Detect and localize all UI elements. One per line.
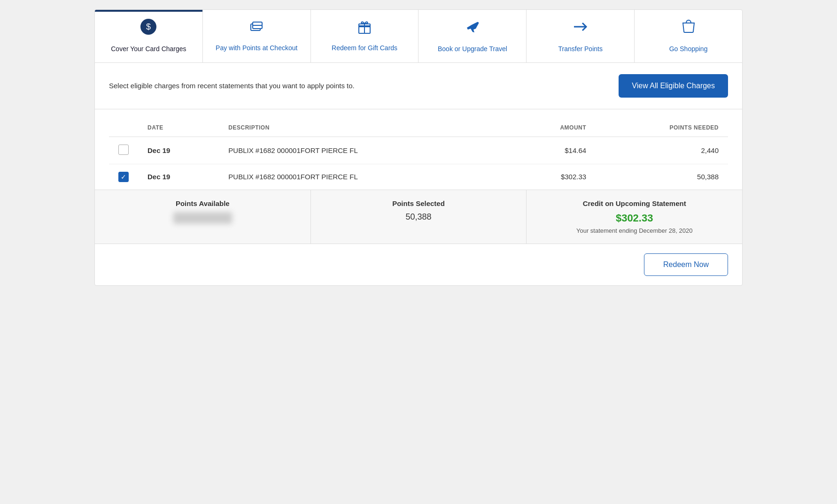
tab-travel[interactable]: Book or Upgrade Travel	[418, 10, 527, 62]
points-available-value: 123,456	[173, 212, 232, 224]
tab-navigation: $ Cover Your Card Charges Pay with Point…	[95, 10, 742, 63]
tab-gift-cards-label: Redeem for Gift Cards	[332, 44, 397, 53]
credit-note: Your statement ending December 28, 2020	[538, 227, 731, 234]
dollar-icon: $	[140, 18, 157, 40]
row1-amount: $14.64	[508, 137, 596, 164]
row1-checkbox-cell[interactable]	[109, 137, 138, 164]
points-available-col: Points Available 123,456	[95, 190, 311, 244]
credit-label: Credit on Upcoming Statement	[538, 199, 731, 207]
row2-checkbox-cell[interactable]: ✓	[109, 164, 138, 190]
col-header-amount: AMOUNT	[508, 119, 596, 137]
table-row: Dec 19 PUBLIX #1682 000001FORT PIERCE FL…	[109, 137, 728, 164]
main-container: $ Cover Your Card Charges Pay with Point…	[94, 9, 743, 286]
tab-pay-with-points[interactable]: Pay with Points at Checkout	[203, 10, 311, 62]
description-text: Select eligible charges from recent stat…	[109, 82, 355, 90]
tab-pay-with-points-label: Pay with Points at Checkout	[216, 44, 297, 53]
svg-text:$: $	[146, 22, 151, 31]
row1-checkbox[interactable]	[118, 145, 129, 155]
shopping-icon	[681, 18, 696, 40]
row2-points-needed: 50,388	[596, 164, 728, 190]
col-header-date: DATE	[138, 119, 219, 137]
redeem-now-button[interactable]: Redeem Now	[644, 253, 728, 276]
points-selected-value: 50,388	[322, 212, 515, 222]
tab-transfer[interactable]: Transfer Points	[527, 10, 635, 62]
gift-icon	[357, 19, 372, 39]
tab-shopping[interactable]: Go Shopping	[635, 10, 742, 62]
card-icon	[249, 19, 264, 39]
tab-cover-charges[interactable]: $ Cover Your Card Charges	[95, 10, 203, 62]
summary-row: Points Available 123,456 Points Selected…	[95, 190, 742, 244]
arrow-icon	[572, 18, 589, 40]
redeem-row: Redeem Now	[95, 244, 742, 285]
col-header-description: DESCRIPTION	[219, 119, 508, 137]
col-header-points-needed: POINTS NEEDED	[596, 119, 728, 137]
row2-amount: $302.33	[508, 164, 596, 190]
view-all-button[interactable]: View All Eligible Charges	[619, 74, 728, 98]
charges-table: DATE DESCRIPTION AMOUNT POINTS NEEDED De…	[109, 119, 728, 190]
row2-checkbox[interactable]: ✓	[118, 172, 129, 182]
row1-description: PUBLIX #1682 000001FORT PIERCE FL	[219, 137, 508, 164]
row1-date: Dec 19	[138, 137, 219, 164]
table-row: ✓ Dec 19 PUBLIX #1682 000001FORT PIERCE …	[109, 164, 728, 190]
points-selected-label: Points Selected	[322, 199, 515, 207]
row1-points-needed: 2,440	[596, 137, 728, 164]
points-available-label: Points Available	[106, 199, 299, 207]
row2-date: Dec 19	[138, 164, 219, 190]
credit-col: Credit on Upcoming Statement $302.33 You…	[527, 190, 742, 244]
tab-travel-label: Book or Upgrade Travel	[438, 45, 507, 54]
charges-table-wrapper: DATE DESCRIPTION AMOUNT POINTS NEEDED De…	[95, 109, 742, 190]
tab-gift-cards[interactable]: Redeem for Gift Cards	[311, 10, 419, 62]
airplane-icon	[464, 18, 481, 40]
points-selected-col: Points Selected 50,388	[311, 190, 527, 244]
col-header-checkbox	[109, 119, 138, 137]
description-bar: Select eligible charges from recent stat…	[95, 63, 742, 109]
tab-shopping-label: Go Shopping	[669, 45, 708, 54]
tab-transfer-label: Transfer Points	[558, 45, 603, 54]
row2-description: PUBLIX #1682 000001FORT PIERCE FL	[219, 164, 508, 190]
tab-cover-charges-label: Cover Your Card Charges	[111, 45, 186, 54]
credit-value: $302.33	[538, 212, 731, 224]
